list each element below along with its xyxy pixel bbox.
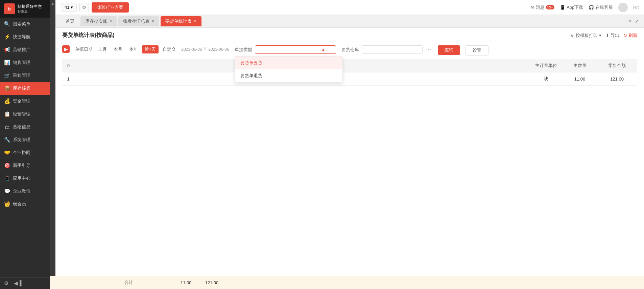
date-quick-buttons: 上月本月本年近7天自定义 (95, 45, 178, 53)
cell-quantity: 11.00 (563, 72, 597, 86)
sidebar-label: 库存核算 (13, 85, 30, 91)
basic-icon: 🗂 (4, 124, 10, 130)
page-header: 要货单统计表(按商品) 🖨 按模板打印 ▾ ⬇ 导出 ↻ 刷新 (55, 28, 644, 42)
sidebar-item-inventory[interactable]: 📦库存核算 (0, 82, 50, 95)
finance-icon: 💰 (4, 98, 10, 104)
tab-receive-summary[interactable]: 收发存汇总表✕ (118, 16, 159, 26)
sidebar-label: 基础信息 (13, 124, 30, 130)
print-button[interactable]: 🖨 按模板打印 ▾ (570, 32, 601, 39)
warehouse-filter-group: 要货仓库 ··· (341, 45, 432, 54)
warehouse-label: 要货仓库 (341, 47, 359, 53)
edition-label: 标准版 (18, 9, 42, 14)
scroll-up-arrow[interactable]: ▲ (50, 0, 55, 7)
purchase-icon: 🛒 (4, 72, 10, 79)
warehouse-input[interactable] (362, 45, 423, 54)
sidebar-label: 经营管理 (13, 111, 30, 117)
sidebar-item-search[interactable]: 🔍搜索菜单 (0, 18, 50, 30)
sidebar-label: 企业微信 (13, 188, 30, 194)
tab-close-icon[interactable]: ✕ (151, 19, 154, 23)
close-all-icon[interactable]: ✕ (628, 19, 632, 24)
tab-label: 首页 (66, 18, 74, 24)
tab-label: 要货单统计表 (165, 18, 192, 24)
cell-seq: 1 (62, 72, 74, 86)
sidebar-item-system[interactable]: 🔧系统管理 (0, 133, 50, 146)
refresh-icon: ↻ (623, 33, 627, 38)
sidebar-item-enterprise-wechat[interactable]: 💬企业微信 (0, 185, 50, 198)
sidebar-item-marketing[interactable]: 📢营销推广 (0, 43, 50, 56)
expand-icon[interactable]: ⤢ (635, 19, 639, 24)
message-icon: ✉ (531, 5, 534, 10)
tab-label: 库存批次账 (85, 18, 107, 24)
sidebar-scroll-arrows: ▲ ▼ (50, 0, 55, 289)
sidebar-label: 营销推广 (13, 47, 30, 53)
tab-order-stats[interactable]: 要货单统计表✕ (161, 16, 201, 26)
sidebar-item-quick-nav[interactable]: ⚡快捷导航 (0, 30, 50, 43)
col-header-quantity: 主数量 (563, 59, 597, 72)
date-btn-近7天[interactable]: 近7天 (142, 45, 159, 53)
store-selector[interactable]: 41 ▾ (61, 3, 77, 12)
tab-home[interactable]: 首页 (61, 16, 79, 26)
topbar: 41 ▾ ⚙ 体验行业方案 ✉ 消息 99+ 📱 App下载 🎧 在线客服 (55, 0, 644, 15)
settings-icon[interactable]: ⚙ (4, 280, 8, 286)
table-footer: 合计 11.00 121.00 (55, 276, 644, 289)
sidebar-item-purchase[interactable]: 🛒采购管理 (0, 69, 50, 82)
cell-amount: 121.00 (597, 72, 637, 86)
dropdown-item-order-return[interactable]: 要货单退货 (235, 69, 342, 82)
more-options-button[interactable]: ··· (425, 46, 432, 53)
sidebar-item-finance[interactable]: 💰资金管理 (0, 95, 50, 108)
message-button[interactable]: ✉ 消息 99+ (531, 4, 554, 10)
dropdown-item-order-goods[interactable]: 要货单要货 (235, 57, 342, 69)
filter-toggle-button[interactable]: ▶ (62, 45, 70, 53)
type-select[interactable]: ▲ (255, 45, 336, 54)
collapse-icon[interactable]: ◀▐ (14, 280, 22, 286)
type-input[interactable] (259, 47, 321, 52)
table-header-row: ⚙ 商品 主计量单位 主数量 零售金额 (62, 59, 637, 72)
gear-button[interactable]: ⚙ (79, 3, 89, 12)
data-table: ⚙ 商品 主计量单位 主数量 零售金额 (62, 59, 637, 86)
store-number: 41 (65, 5, 69, 10)
sidebar-item-enterprise[interactable]: 🤝企业协同 (0, 146, 50, 159)
filter-bar: ▶ 单据日期 上月本月本年近7天自定义 2023-05-06 至 2023-06… (55, 42, 644, 59)
system-icon: 🔧 (4, 137, 10, 143)
date-btn-自定义[interactable]: 自定义 (160, 45, 178, 53)
operation-icon: 📋 (4, 111, 10, 117)
settings-button[interactable]: 设置 (466, 45, 488, 55)
print-icon: 🖨 (570, 33, 574, 38)
sidebar-item-sales[interactable]: 📊销售管理 (0, 56, 50, 69)
app-download-button[interactable]: 📱 App下载 (560, 4, 583, 10)
refresh-button[interactable]: ↻ 刷新 (623, 32, 637, 39)
date-btn-上月[interactable]: 上月 (95, 45, 110, 53)
trial-button[interactable]: 体验行业方案 (92, 2, 129, 13)
footer-total-label: 合计 (57, 280, 133, 286)
topbar-right: ✉ 消息 99+ 📱 App下载 🎧 在线客服 Rit (531, 3, 639, 12)
headset-icon: 🎧 (589, 5, 594, 10)
type-select-up-icon[interactable]: ▲ (321, 47, 326, 52)
logo-area: b 畅捷通好生意 标准版 (0, 0, 50, 18)
column-settings-icon[interactable]: ⚙ (66, 63, 70, 68)
date-btn-本月[interactable]: 本月 (111, 45, 125, 53)
sidebar-item-operation[interactable]: 📋经营管理 (0, 108, 50, 120)
online-service-button[interactable]: 🎧 在线客服 (589, 4, 613, 10)
tab-close-icon[interactable]: ✕ (194, 19, 197, 23)
username-label: Rit (633, 5, 639, 10)
user-avatar[interactable] (618, 3, 628, 12)
search-icon: 🔍 (4, 21, 10, 27)
footer-total-quantity: 11.00 (133, 280, 192, 285)
search-button[interactable]: 查询 (438, 45, 460, 55)
dropdown-arrow-icon: ▾ (71, 5, 73, 10)
sidebar-item-app-center[interactable]: 📱应用中心 (0, 172, 50, 185)
sidebar-item-basic[interactable]: 🗂基础信息 (0, 120, 50, 133)
sidebar-item-guide[interactable]: 🎯新手引导 (0, 159, 50, 172)
message-label: 消息 (536, 4, 545, 10)
export-icon: ⬇ (605, 33, 609, 38)
tabbar: 首页库存批次账✕收发存汇总表✕要货单统计表✕ ✕ ⤢ (55, 15, 644, 28)
date-btn-本年[interactable]: 本年 (126, 45, 141, 53)
type-dropdown: 要货单要货 要货单退货 (235, 56, 343, 83)
inventory-icon: 📦 (4, 85, 10, 91)
tab-inventory-batch[interactable]: 库存批次账✕ (80, 16, 117, 26)
sidebar-nav: 🔍搜索菜单⚡快捷导航📢营销推广📊销售管理🛒采购管理📦库存核算💰资金管理📋经营管理… (0, 18, 50, 277)
company-name: 畅捷通好生意 (18, 4, 42, 9)
sidebar-item-member[interactable]: 👑畅会员 (0, 198, 50, 210)
tab-close-icon[interactable]: ✕ (109, 19, 112, 23)
export-button[interactable]: ⬇ 导出 (605, 32, 619, 39)
